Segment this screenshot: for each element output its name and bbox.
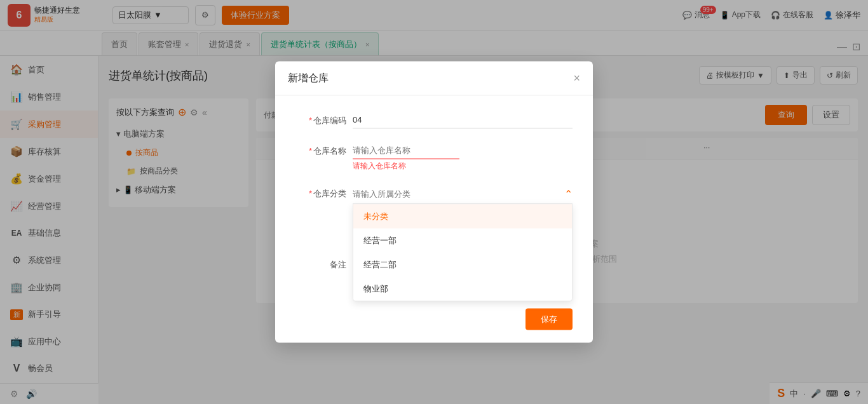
modal-header: 新增仓库 × (275, 62, 593, 96)
category-dropdown: 未分类 经营一部 经营二部 物业部 (353, 204, 573, 302)
dropdown-item-0[interactable]: 未分类 (353, 205, 572, 229)
code-label: 仓库编码 (295, 111, 346, 126)
category-label: 仓库分类 (295, 184, 346, 199)
new-warehouse-modal: 新增仓库 × 仓库编码 仓库名称 请输入仓库名称 仓库分类 ⌃ 未分类 经营 (275, 62, 593, 343)
name-error-msg: 请输入仓库名称 (353, 161, 573, 172)
name-input[interactable] (353, 142, 459, 159)
dropdown-item-2[interactable]: 经营二部 (353, 253, 572, 277)
code-field-row: 仓库编码 (295, 111, 573, 129)
dropdown-item-3[interactable]: 物业部 (353, 277, 572, 301)
category-input[interactable] (353, 189, 564, 199)
save-button[interactable]: 保存 (526, 309, 573, 330)
modal-body: 仓库编码 仓库名称 请输入仓库名称 仓库分类 ⌃ 未分类 经营一部 经营二部 物… (275, 96, 593, 301)
modal-footer: 保存 (275, 301, 593, 343)
chevron-up-icon: ⌃ (564, 188, 573, 200)
name-label: 仓库名称 (295, 142, 346, 157)
modal-title: 新增仓库 (288, 72, 329, 85)
name-field-row: 仓库名称 请输入仓库名称 (295, 142, 573, 172)
dropdown-item-1[interactable]: 经营一部 (353, 229, 572, 253)
notes-label: 备注 (295, 255, 346, 271)
category-field-row: 仓库分类 ⌃ 未分类 经营一部 经营二部 物业部 (295, 184, 573, 205)
category-select-wrap[interactable]: ⌃ 未分类 经营一部 经营二部 物业部 (353, 184, 573, 205)
name-control-wrap: 请输入仓库名称 (353, 142, 573, 172)
code-input[interactable] (353, 111, 573, 129)
modal-close-button[interactable]: × (573, 72, 580, 85)
